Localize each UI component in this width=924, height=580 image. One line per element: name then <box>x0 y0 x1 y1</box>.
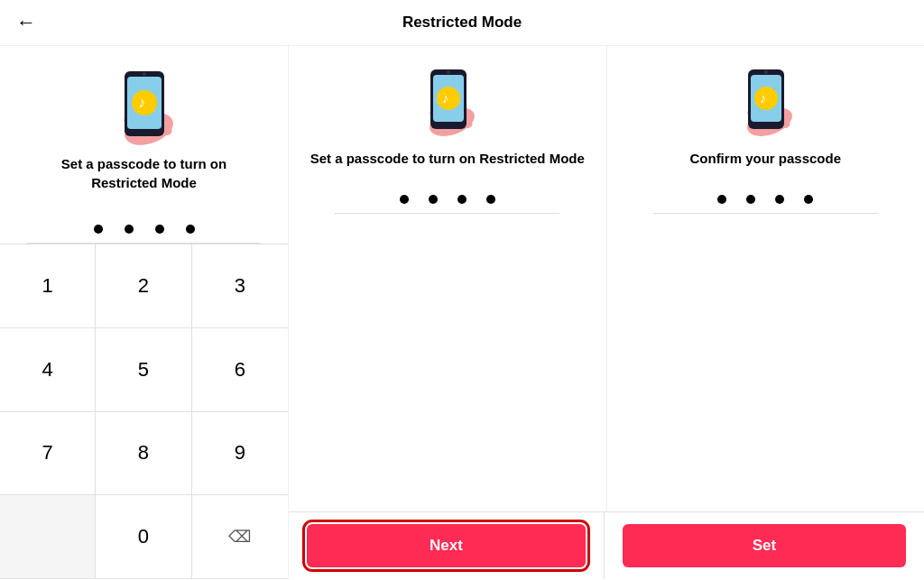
numpad-key-empty <box>0 495 96 579</box>
mid-dot-3 <box>457 195 467 204</box>
numpad-backspace-button[interactable]: ⌫ <box>192 495 288 579</box>
left-step-title: Set a passcode to turn on Restricted Mod… <box>27 154 261 192</box>
left-dot-4 <box>186 225 195 234</box>
svg-text:♪: ♪ <box>442 90 449 106</box>
mid-panel: ♪ Set a passcode to turn on Restricted M… <box>289 46 607 511</box>
numpad-key-6[interactable]: 6 <box>192 328 288 412</box>
mid-step-title: Set a passcode to turn on Restricted Mod… <box>310 149 585 168</box>
conf-dot-4 <box>804 195 813 204</box>
header: ← Restricted Mode <box>0 0 924 46</box>
mid-phone-illustration: ♪ <box>407 64 488 136</box>
next-button[interactable]: Next <box>307 524 586 567</box>
bottom-buttons: Next Set <box>289 511 924 579</box>
confirm-panel: ♪ Confirm your passcode <box>607 46 925 511</box>
left-phone-illustration: ♪ <box>99 64 189 145</box>
mid-passcode-dots <box>335 186 559 214</box>
left-passcode-dots <box>27 216 261 244</box>
set-button[interactable]: Set <box>623 524 906 567</box>
main-content: ♪ Set a passcode to turn on Restricted M… <box>0 46 924 579</box>
numpad-key-7[interactable]: 7 <box>0 412 96 496</box>
conf-dot-1 <box>717 195 726 204</box>
svg-text:♪: ♪ <box>760 90 767 106</box>
right-panels: ♪ Set a passcode to turn on Restricted M… <box>289 46 924 579</box>
mid-dot-4 <box>486 195 495 204</box>
page-title: Restricted Mode <box>402 14 522 32</box>
left-panel: ♪ Set a passcode to turn on Restricted M… <box>0 46 289 579</box>
mid-dot-1 <box>400 195 409 204</box>
svg-point-29 <box>764 70 768 74</box>
confirm-step-title: Confirm your passcode <box>689 149 841 168</box>
mid-dot-2 <box>429 195 438 204</box>
svg-text:♪: ♪ <box>138 95 145 110</box>
steps-area: ♪ Set a passcode to turn on Restricted M… <box>289 46 924 511</box>
conf-dot-3 <box>775 195 784 204</box>
set-button-area: Set <box>605 512 924 579</box>
left-dot-1 <box>94 225 103 234</box>
numpad-key-3[interactable]: 3 <box>192 244 288 328</box>
next-button-area: Next <box>289 512 605 579</box>
left-step-info: ♪ Set a passcode to turn on Restricted M… <box>0 46 288 216</box>
svg-point-9 <box>143 72 146 76</box>
numpad-key-8[interactable]: 8 <box>96 412 191 496</box>
numpad-key-2[interactable]: 2 <box>96 244 191 328</box>
numpad-key-5[interactable]: 5 <box>96 328 191 412</box>
numpad-key-9[interactable]: 9 <box>192 412 288 496</box>
svg-point-19 <box>447 70 450 74</box>
left-dot-3 <box>155 225 164 234</box>
conf-dot-2 <box>746 195 755 204</box>
conf-passcode-dots <box>653 186 878 214</box>
numpad-key-0[interactable]: 0 <box>96 495 191 579</box>
back-button[interactable]: ← <box>16 13 36 32</box>
conf-phone-illustration: ♪ <box>725 64 806 136</box>
numpad: 1 2 3 4 5 6 7 8 9 0 ⌫ <box>0 244 288 579</box>
numpad-key-1[interactable]: 1 <box>0 244 96 328</box>
left-dot-2 <box>125 225 134 234</box>
numpad-key-4[interactable]: 4 <box>0 328 96 412</box>
